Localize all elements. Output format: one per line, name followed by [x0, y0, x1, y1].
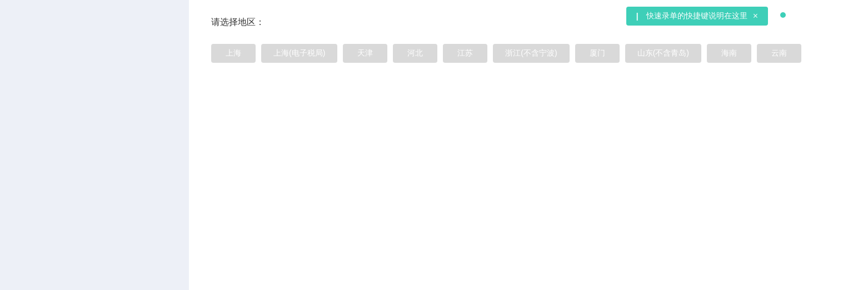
tooltip-text: 快速录单的快捷键说明在这里: [646, 11, 747, 21]
region-buttons: 上海上海(电子税局)天津河北江苏浙江(不含宁波)厦门 山东(不含青岛)海南云南: [211, 44, 846, 68]
region-button-hainan[interactable]: 海南: [707, 44, 751, 63]
region-button-jiangsu[interactable]: 江苏: [443, 44, 487, 63]
region-button-shanghai-etax[interactable]: 上海(电子税局): [261, 44, 337, 63]
region-button-shanghai[interactable]: 上海: [211, 44, 256, 63]
region-button-tianjin[interactable]: 天津: [343, 44, 387, 63]
region-button-shandong[interactable]: 山东(不含青岛): [625, 44, 701, 63]
region-button-xiamen[interactable]: 厦门: [575, 44, 620, 63]
tooltip-close-button[interactable]: ×: [753, 12, 758, 21]
left-panel: [0, 0, 189, 290]
region-row-2: 山东(不含青岛)海南云南: [625, 44, 801, 63]
tooltip-dot: [780, 12, 786, 18]
region-button-zhejiang[interactable]: 浙江(不含宁波): [493, 44, 569, 63]
region-button-hebei[interactable]: 河北: [393, 44, 437, 63]
tooltip-banner: 快速录单的快捷键说明在这里 ×: [626, 7, 768, 26]
main-content: 请选择地区： 上海上海(电子税局)天津河北江苏浙江(不含宁波)厦门 山东(不含青…: [189, 0, 868, 290]
region-row-1: 上海上海(电子税局)天津河北江苏浙江(不含宁波)厦门: [211, 44, 620, 63]
region-button-yunnan[interactable]: 云南: [757, 44, 801, 63]
